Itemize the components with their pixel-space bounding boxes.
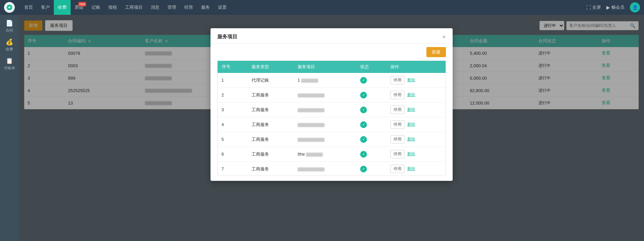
delete-button[interactable]: 删除 [407,107,415,113]
modal-col-action: 操作 [386,61,445,73]
modal-cell-action: 停用 删除 [386,73,445,88]
nav-xiaoxi[interactable]: 消息 [147,0,163,15]
nav-guanli[interactable]: 管理 [163,0,180,15]
modal-cell-status: ✓ [356,117,386,132]
nav-customer[interactable]: 客户 [37,0,54,15]
project-blurred [306,153,323,157]
status-check-icon: ✓ [360,107,367,113]
vip-icon: ▶ [606,5,610,10]
stop-button[interactable]: 停用 [390,106,405,114]
modal-table-row: 1 代理记账 1 ✓ 停用 删除 [218,73,446,88]
stop-button[interactable]: 停用 [390,76,405,84]
modal-cell-seq: 4 [218,117,248,132]
fullscreen-icon: ⛶ [586,5,591,10]
sidebar: 📄 合同 💰 收费 📋 对账单 [0,15,19,241]
nav-fuwu[interactable]: 服务 [197,0,214,15]
delete-button[interactable]: 删除 [407,92,415,98]
delete-button[interactable]: 删除 [407,166,415,172]
stop-button[interactable]: 停用 [390,165,405,173]
nav-shezhi[interactable]: 设置 [214,0,231,15]
status-check-icon: ✓ [360,77,367,84]
modal-cell-type: 工商服务 [248,88,293,103]
nav-jingying[interactable]: 经营 [180,0,197,15]
modal-cell-project [294,117,356,132]
stop-button[interactable]: 停用 [390,120,405,129]
modal-cell-status: ✓ [356,103,386,117]
nav-baoshui[interactable]: 报税 [104,0,121,15]
fee-icon: 💰 [6,38,13,46]
modal-cell-project [294,132,356,147]
modal-cell-action: 停用 删除 [386,132,445,147]
modal-cell-status: ✓ [356,132,386,147]
statement-icon: 📋 [6,57,13,65]
nav-piaoju[interactable]: 票据 new [71,0,87,15]
modal-col-type: 服务类型 [248,61,293,73]
fullscreen-button[interactable]: ⛶ 全屏 [586,4,601,10]
project-blurred [298,108,325,112]
sidebar-item-shoufei[interactable]: 💰 收费 [1,36,18,54]
stop-button[interactable]: 停用 [390,150,405,158]
vip-button[interactable]: ▶ 畅会员 [606,4,624,10]
modal-overlay[interactable]: 服务项目 × 新建 序号 服务类型 [19,15,644,241]
modal-cell-project [294,162,356,175]
nav-jiz[interactable]: 记账 [87,0,104,15]
modal-cell-seq: 5 [218,132,248,147]
modal-cell-seq: 6 [218,147,248,162]
modal-close-button[interactable]: × [442,34,446,40]
modal-toolbar: 新建 [211,44,453,61]
modal-new-button[interactable]: 新建 [426,47,446,57]
modal-cell-project: 1 [294,73,356,88]
main-content: 新增 服务项目 进行中 全部 已结束 🔍 序号 [19,15,644,241]
svg-point-1 [9,7,10,8]
modal-body: 序号 服务类型 服务项目 状态 操作 1 代理记账 1 [211,61,453,181]
modal-cell-type: 工商服务 [248,103,293,117]
modal-cell-action: 停用 删除 [386,117,445,132]
project-blurred [298,93,325,97]
modal-cell-action: 停用 删除 [386,147,445,162]
delete-button[interactable]: 删除 [407,136,415,142]
stop-button[interactable]: 停用 [390,135,405,144]
modal-cell-seq: 7 [218,162,248,175]
modal-cell-status: ✓ [356,162,386,175]
modal-table-scroll[interactable]: 序号 服务类型 服务项目 状态 操作 1 代理记账 1 [218,61,446,175]
project-text: Ithe [298,152,305,157]
modal-cell-type: 工商服务 [248,162,293,175]
status-check-icon: ✓ [360,92,367,98]
modal-cell-type: 代理记账 [248,73,293,88]
delete-button[interactable]: 删除 [407,151,415,157]
modal-cell-status: ✓ [356,73,386,88]
nav-home[interactable]: 首页 [20,0,37,15]
modal-cell-status: ✓ [356,88,386,103]
user-avatar[interactable]: 👤 [630,2,640,12]
modal-table-row: 6 工商服务 Ithe ✓ 停用 删除 [218,147,446,162]
modal-table-row: 5 工商服务 ✓ 停用 删除 [218,132,446,147]
modal-cell-project [294,103,356,117]
sidebar-item-hetong[interactable]: 📄 合同 [1,17,18,35]
nav-gongshang[interactable]: 工商项目 [121,0,147,15]
modal-cell-action: 停用 删除 [386,88,445,103]
status-check-icon: ✓ [360,166,367,172]
project-blurred [298,167,325,171]
project-blurred [298,123,325,127]
modal-cell-type: 工商服务 [248,117,293,132]
modal-table-wrap: 序号 服务类型 服务项目 状态 操作 1 代理记账 1 [217,61,446,175]
delete-button[interactable]: 删除 [407,77,415,83]
modal-col-project: 服务项目 [294,61,356,73]
new-badge: new [78,2,86,6]
modal-cell-type: 工商服务 [248,132,293,147]
modal-table-row: 4 工商服务 ✓ 停用 删除 [218,117,446,132]
nav-right-area: ⛶ 全屏 ▶ 畅会员 👤 [586,2,640,12]
avatar-icon: 👤 [632,5,638,10]
sidebar-item-duizhangdan[interactable]: 📋 对账单 [1,55,18,73]
modal-cell-project: Ithe [294,147,356,162]
modal-table-row: 3 工商服务 ✓ 停用 删除 [218,103,446,117]
top-navigation: 首页 客户 收费 票据 new 记账 报税 工商项目 消息 管理 经营 服务 设… [0,0,644,15]
stop-button[interactable]: 停用 [390,91,405,99]
modal-cell-seq: 2 [218,88,248,103]
modal-col-seq: 序号 [218,61,248,73]
modal-col-status: 状态 [356,61,386,73]
delete-button[interactable]: 删除 [407,122,415,127]
app-logo [4,2,15,13]
project-blurred [301,79,318,83]
nav-shoufei[interactable]: 收费 [54,0,71,15]
